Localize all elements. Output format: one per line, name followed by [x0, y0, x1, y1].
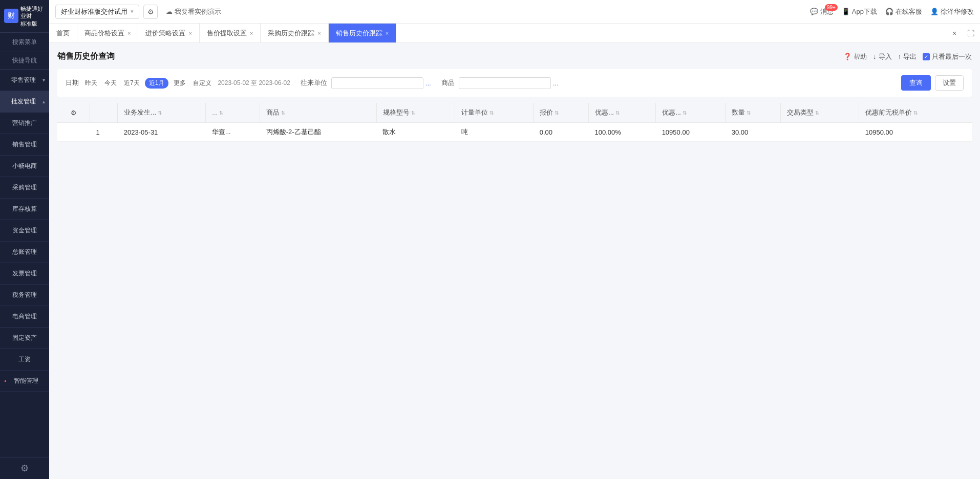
sidebar-item-marketing[interactable]: 营销推广	[0, 113, 49, 134]
customer-more-button[interactable]: ...	[425, 79, 431, 87]
date-opt-custom[interactable]: 自定义	[191, 78, 214, 89]
close-tab-sale-history[interactable]: ×	[386, 30, 389, 36]
col-spec[interactable]: 规格型号 ⇅	[376, 103, 455, 123]
col-price[interactable]: 报价 ⇅	[534, 103, 589, 123]
notifications-button[interactable]: 💬 消息 99+	[810, 7, 834, 16]
product-more-button[interactable]: ...	[553, 79, 559, 87]
col-biz-date[interactable]: 业务发生... ⇅	[118, 103, 206, 123]
close-tab-price-strategy[interactable]: ×	[188, 30, 191, 36]
product-version-selector[interactable]: 好业财标准版交付试用 ▾	[55, 5, 139, 19]
page-header: 销售历史价查询 ❓ 帮助 ↓ 导入 ↑ 导出 ✓ 只看最后一次	[57, 51, 972, 62]
col-unit[interactable]: 计量单位 ⇅	[455, 103, 534, 123]
sidebar-item-xiaochang-ecom[interactable]: 小畅电商	[0, 156, 49, 177]
settings-gear-button[interactable]: ⚙	[143, 5, 158, 19]
date-range-display: 2023-05-02 至 2023-06-02	[218, 79, 290, 88]
export-button[interactable]: ↑ 导出	[898, 52, 917, 61]
col-discount1[interactable]: 优惠... ⇅	[589, 103, 656, 123]
cloud-icon: ☁	[166, 8, 173, 15]
col-more1[interactable]: ... ⇅	[206, 103, 260, 123]
date-opt-last1m[interactable]: 近1月	[145, 78, 169, 89]
filter-bar: 日期 昨天 今天 近7天 近1月 更多 自定义 2023-05-02 至 202…	[57, 69, 972, 97]
sidebar-item-inventory[interactable]: 库存核算	[0, 199, 49, 220]
cell-price: 0.00	[534, 123, 589, 142]
expand-tab-button[interactable]: ⛶	[964, 26, 978, 40]
product-filter-label: 商品	[441, 78, 455, 88]
cell-more1: 华查...	[206, 123, 260, 142]
col-trade-type[interactable]: 交易类型 ⇅	[781, 103, 859, 123]
sidebar-item-retail-mgmt[interactable]: 零售管理 ▾	[0, 70, 49, 91]
col-qty[interactable]: 数量 ⇅	[726, 103, 781, 123]
close-tab-purchase-history[interactable]: ×	[317, 30, 321, 36]
tab-price-strategy[interactable]: 进价策略设置 ×	[138, 24, 199, 43]
customer-filter-group: 往来单位 ...	[301, 77, 431, 89]
close-tab-product-price[interactable]: ×	[127, 30, 131, 36]
cell-biz-date: 2023-05-31	[118, 123, 206, 142]
tab-sale-extract[interactable]: 售价提取设置 ×	[200, 24, 261, 43]
sidebar-item-smart-mgmt[interactable]: 智能管理	[0, 371, 49, 392]
col-discount2[interactable]: 优惠... ⇅	[656, 103, 726, 123]
app-download-button[interactable]: 📱 App下载	[842, 7, 877, 16]
date-opt-today[interactable]: 今天	[102, 78, 119, 89]
table-header-row: ⚙ 业务发生... ⇅ ... ⇅	[57, 103, 972, 123]
mobile-icon: 📱	[842, 8, 850, 15]
tab-purchase-history[interactable]: 采购历史价跟踪 ×	[261, 24, 328, 43]
dropdown-arrow-icon: ▾	[131, 8, 134, 15]
col-config[interactable]: ⚙	[57, 103, 90, 123]
col-row-num	[90, 103, 118, 123]
sort-icon: ⇅	[683, 110, 687, 116]
query-button[interactable]: 查询	[901, 75, 931, 91]
sort-icon: ⇅	[555, 110, 559, 116]
notifications-badge: 99+	[825, 4, 838, 11]
sidebar-item-quick-nav[interactable]: 快捷导航	[0, 52, 49, 70]
topbar: 好业财标准版交付试用 ▾ ⚙ ☁ 我要看实例演示 💬 消息 99+ 📱 App下…	[49, 0, 980, 24]
cell-discount2: 10950.00	[656, 123, 726, 142]
help-button[interactable]: ❓ 帮助	[843, 52, 867, 61]
sidebar-item-general-ledger[interactable]: 总账管理	[0, 242, 49, 263]
sidebar-item-ecom-mgmt[interactable]: 电商管理	[0, 306, 49, 328]
customer-input[interactable]	[331, 77, 423, 89]
sidebar-item-fixed-assets[interactable]: 固定资产	[0, 328, 49, 349]
sort-icon: ⇅	[158, 110, 162, 116]
user-profile-button[interactable]: 👤 徐泽华修改	[930, 7, 974, 16]
sidebar-item-purchase-mgmt[interactable]: 采购管理	[0, 177, 49, 199]
product-input[interactable]	[459, 77, 551, 89]
import-button[interactable]: ↓ 导入	[873, 52, 892, 61]
sort-icon: ⇅	[913, 110, 918, 116]
date-opt-yesterday[interactable]: 昨天	[83, 78, 99, 89]
date-filter-label: 日期	[66, 78, 79, 88]
sidebar-item-invoice-mgmt[interactable]: 发票管理	[0, 263, 49, 285]
sidebar-logo: 财 畅捷通好业财 标准版	[0, 0, 49, 33]
tab-home[interactable]: 首页	[49, 24, 77, 43]
close-tab-sale-extract[interactable]: ×	[250, 30, 253, 36]
sidebar-item-search-menu[interactable]: 搜索菜单	[0, 33, 49, 52]
table-wrap: ⚙ 业务发生... ⇅ ... ⇅	[57, 103, 972, 142]
only-last-checkbox-label[interactable]: ✓ 只看最后一次	[923, 52, 972, 61]
tabbar: 首页 商品价格设置 × 进价策略设置 × 售价提取设置 × 采购历史价跟踪 × …	[49, 24, 980, 43]
sidebar-item-payroll[interactable]: 工资	[0, 349, 49, 371]
bell-icon: 💬	[810, 8, 818, 15]
logo-icon: 财	[4, 9, 18, 23]
sidebar-settings-button[interactable]: ⚙	[0, 457, 49, 479]
col-pretax-price[interactable]: 优惠前无税单价 ⇅	[859, 103, 972, 123]
sidebar-item-sales-mgmt[interactable]: 销售管理	[0, 134, 49, 156]
date-filter-group: 日期 昨天 今天 近7天 近1月 更多 自定义 2023-05-02 至 202…	[66, 78, 290, 89]
sort-icon: ⇅	[281, 110, 285, 116]
tab-sale-history[interactable]: 销售历史价跟踪 ×	[329, 24, 396, 43]
topbar-right: 💬 消息 99+ 📱 App下载 🎧 在线客服 👤 徐泽华修改	[810, 7, 974, 16]
sidebar-item-tax-mgmt[interactable]: 税务管理	[0, 285, 49, 306]
close-all-tabs-button[interactable]: ×	[947, 26, 962, 40]
only-last-checkbox[interactable]: ✓	[923, 53, 930, 60]
date-opt-more[interactable]: 更多	[172, 78, 188, 89]
cell-discount1: 100.00%	[589, 123, 656, 142]
version-label: 好业财标准版交付试用	[61, 7, 127, 16]
col-product[interactable]: 商品 ⇅	[260, 103, 377, 123]
date-opt-last7[interactable]: 近7天	[122, 78, 142, 89]
demo-link[interactable]: ☁ 我要看实例演示	[166, 7, 221, 16]
user-icon: 👤	[930, 8, 939, 15]
settings-button[interactable]: 设置	[935, 75, 964, 91]
sidebar-item-wholesale-mgmt[interactable]: 批发管理 ▴	[0, 91, 49, 113]
sidebar-item-fund-mgmt[interactable]: 资金管理	[0, 220, 49, 242]
online-service-button[interactable]: 🎧 在线客服	[885, 7, 922, 16]
tab-product-price[interactable]: 商品价格设置 ×	[77, 24, 138, 43]
import-icon: ↓	[873, 53, 877, 60]
